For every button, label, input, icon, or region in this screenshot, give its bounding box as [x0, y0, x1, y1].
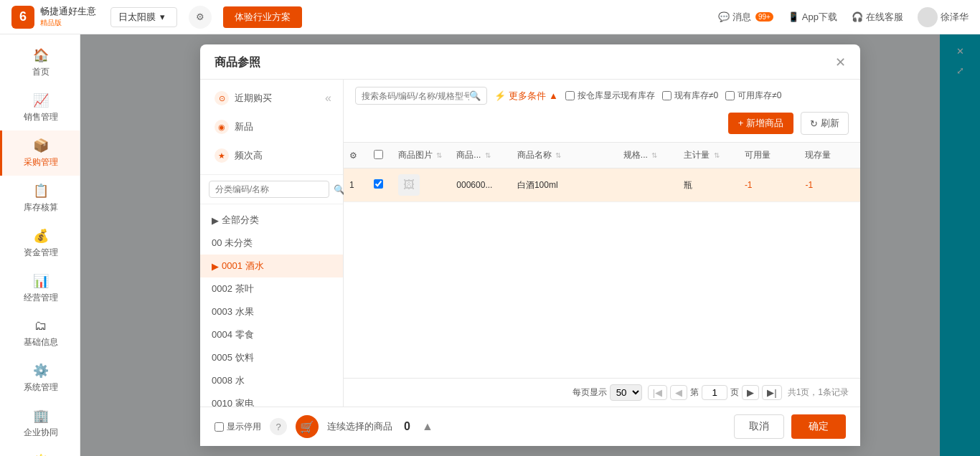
- store-selector[interactable]: 日太阳膜 ▾: [110, 7, 177, 27]
- avatar: [918, 7, 938, 27]
- table-settings-icon[interactable]: ⚙: [349, 151, 357, 161]
- sidebar-item-label: 资金管理: [24, 247, 58, 259]
- col-gear[interactable]: ⚙: [344, 143, 368, 168]
- new-items-btn[interactable]: ◉ 新品: [209, 115, 334, 138]
- cat-all[interactable]: ▶ 全部分类: [200, 209, 343, 232]
- col-stock[interactable]: 现存量: [799, 143, 860, 168]
- cart-count: 0: [404, 420, 410, 433]
- sidebar-item-sales[interactable]: 📈 销售管理: [0, 85, 80, 130]
- sidebar-item-basic[interactable]: 🗂 基础信息: [0, 311, 80, 356]
- pagination: 每页显示 50 |◀ ◀ 第 页 ▶: [344, 378, 860, 407]
- sidebar-item-business[interactable]: 📊 经营管理: [0, 266, 80, 311]
- sidebar-item-home[interactable]: 🏠 首页: [0, 40, 80, 85]
- cart-text: 连续选择的商品: [327, 420, 392, 433]
- nonzero-stock-checkbox[interactable]: 现有库存≠0: [662, 90, 718, 102]
- collapse-btn[interactable]: «: [322, 89, 334, 108]
- more-filter-btn[interactable]: ⚡ 更多条件 ▲: [494, 90, 558, 103]
- sidebar-item-purchase[interactable]: 📦 采购管理: [0, 130, 80, 176]
- modal-footer: 显示停用 ? 🛒 连续选择的商品 0 ▲ 取消 确定: [200, 407, 860, 446]
- logo-title: 畅捷通好生意: [40, 6, 96, 18]
- row-checkbox[interactable]: [374, 179, 383, 189]
- last-page-btn[interactable]: ▶|: [762, 385, 781, 400]
- sales-icon: 📈: [33, 92, 49, 108]
- cat-label: 0001 酒水: [222, 260, 264, 272]
- message-icon: 💬: [718, 11, 730, 22]
- settings-icon[interactable]: ⚙: [189, 6, 212, 29]
- col-unit[interactable]: 主计量 ⇅: [678, 143, 739, 168]
- filter-icon: ⚡: [494, 90, 506, 101]
- td-name: 白酒100ml: [512, 168, 618, 202]
- col-code[interactable]: 商品... ⇅: [451, 143, 512, 168]
- messages-btn[interactable]: 💬 消息 99+: [718, 11, 773, 24]
- content-area: ✕ ⤢ 商品参照 ✕ ⊙: [80, 34, 980, 456]
- app-download-btn[interactable]: 📱 App下载: [788, 11, 837, 24]
- page-total: 共1页，1条记录: [788, 386, 849, 399]
- frequent-btn[interactable]: ★ 频次高: [209, 144, 334, 167]
- page-input[interactable]: [702, 385, 727, 400]
- filter-bar: 🔍 ⚡ 更多条件 ▲ 按仓库显示现有库存: [344, 80, 860, 143]
- footer-right: 取消 确定: [734, 414, 846, 439]
- online-service-btn[interactable]: 🎧 在线客服: [852, 11, 903, 24]
- recent-label: 近期购买: [235, 92, 272, 105]
- inventory-icon: 📋: [33, 183, 49, 199]
- refresh-icon: ↻: [810, 118, 818, 129]
- cat-beverage[interactable]: 0005 饮料: [200, 346, 343, 369]
- category-search: 🔍: [200, 175, 343, 204]
- sidebar-item-guide[interactable]: 🌟 新手引导: [0, 446, 80, 456]
- exp-btn[interactable]: 体验行业方案: [223, 6, 302, 28]
- user-name: 徐泽华: [941, 11, 969, 24]
- cat-tea[interactable]: 0002 茶叶: [200, 277, 343, 300]
- cat-uncategorized[interactable]: 00 未分类: [200, 232, 343, 255]
- td-checkbox: [368, 168, 392, 202]
- confirm-btn[interactable]: 确定: [791, 414, 846, 439]
- modal-close-btn[interactable]: ✕: [835, 54, 846, 70]
- col-available[interactable]: 可用量: [739, 143, 800, 168]
- sidebar-item-label: 系统管理: [24, 381, 58, 394]
- col-image[interactable]: 商品图片 ⇅: [392, 143, 451, 168]
- sidebar-item-system[interactable]: ⚙️ 系统管理: [0, 356, 80, 401]
- add-product-btn[interactable]: + 新增商品: [728, 113, 793, 134]
- col-name[interactable]: 商品名称 ⇅: [512, 143, 618, 168]
- prev-page-btn[interactable]: ◀: [670, 385, 687, 400]
- help-btn[interactable]: ?: [270, 418, 287, 435]
- sidebar-item-inventory[interactable]: 📋 库存核算: [0, 176, 80, 221]
- navbar: 6 畅捷通好生意 精品版 日太阳膜 ▾ ⚙ 体验行业方案 💬 消息 99+ 📱 …: [0, 0, 980, 34]
- cat-fruit[interactable]: 0003 水果: [200, 300, 343, 323]
- category-list: ▶ 全部分类 00 未分类 ▶ 0001 酒水 0002 茶: [200, 204, 343, 407]
- select-all-checkbox[interactable]: [374, 150, 383, 159]
- footer-left: 显示停用: [215, 421, 261, 433]
- page-suffix: 页: [730, 386, 739, 399]
- new-items-icon: ◉: [215, 120, 229, 134]
- col-spec[interactable]: 规格... ⇅: [618, 143, 679, 168]
- table-row[interactable]: 1 🖼: [344, 168, 860, 202]
- logo-sub: 精品版: [40, 18, 96, 28]
- first-page-btn[interactable]: |◀: [648, 385, 667, 400]
- product-image: 🖼: [398, 174, 420, 196]
- td-available: -1: [739, 168, 800, 202]
- product-search-icon[interactable]: 🔍: [469, 90, 481, 101]
- next-page-btn[interactable]: ▶: [742, 385, 759, 400]
- cat-water[interactable]: 0008 水: [200, 369, 343, 392]
- sidebar-item-corp[interactable]: 🏢 企业协同: [0, 401, 80, 446]
- cat-liquor[interactable]: ▶ 0001 酒水: [200, 255, 343, 277]
- sidebar-item-finance[interactable]: 💰 资金管理: [0, 221, 80, 266]
- product-search-input[interactable]: [362, 91, 469, 101]
- per-page-dropdown[interactable]: 50: [610, 384, 642, 401]
- category-search-input[interactable]: [209, 181, 329, 198]
- cat-snack[interactable]: 0004 零食: [200, 323, 343, 346]
- cat-label: 0005 饮料: [212, 351, 254, 364]
- sidebar-item-label: 首页: [32, 66, 50, 78]
- cancel-btn[interactable]: 取消: [734, 414, 784, 439]
- cat-appliance[interactable]: 0010 家电: [200, 392, 343, 407]
- product-search-box: 🔍: [355, 87, 487, 105]
- recent-btn[interactable]: ⊙ 近期购买: [209, 87, 278, 110]
- refresh-btn[interactable]: ↻ ↻ 刷新 刷新: [801, 112, 849, 135]
- show-disabled-checkbox[interactable]: 显示停用: [215, 421, 261, 433]
- sort-code-icon: ⇅: [485, 151, 491, 159]
- footer-collapse-btn[interactable]: ▲: [422, 420, 433, 433]
- available-nonzero-checkbox[interactable]: 可用库存≠0: [725, 90, 781, 102]
- user-profile[interactable]: 徐泽华: [918, 7, 969, 27]
- warehouse-stock-checkbox[interactable]: 按仓库显示现有库存: [565, 90, 655, 102]
- cat-label: 0008 水: [212, 374, 245, 387]
- cart-btn[interactable]: 🛒: [296, 415, 319, 438]
